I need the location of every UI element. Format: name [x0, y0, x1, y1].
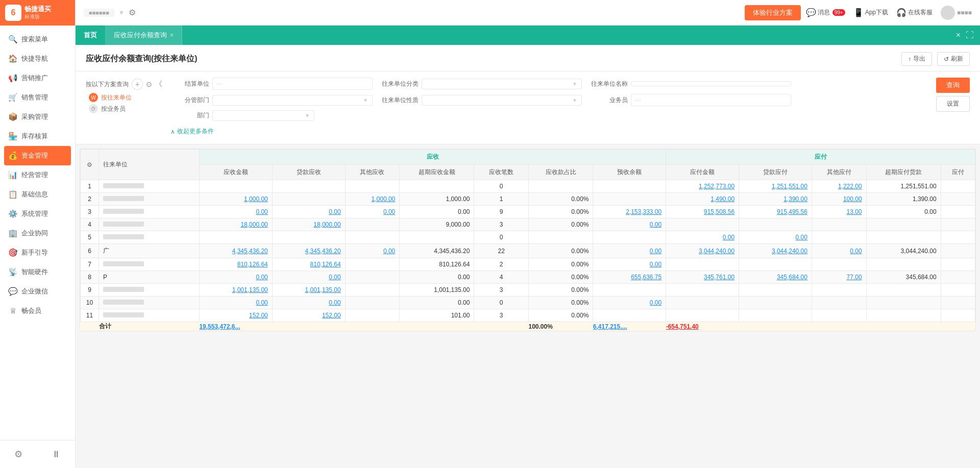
wanglai-fenlei-input[interactable]: ▼	[422, 79, 582, 89]
table-settings-icon[interactable]: ⚙	[87, 161, 92, 168]
sidebar-item-label: 新手引导	[21, 248, 48, 257]
online-service-button[interactable]: 🎧 在线客服	[896, 8, 933, 17]
breadcrumb-area: ■■■■■■ ▼ ⚙	[84, 8, 740, 17]
jiesuan-placeholder: ···	[217, 80, 222, 87]
filter-bumen: 部门 ▼	[168, 110, 373, 121]
filter-fenguan: 分管部门 ▼	[168, 95, 373, 106]
sidebar-item-sales[interactable]: 🛒 销售管理	[0, 88, 75, 107]
breadcrumb: ■■■■■■	[84, 9, 114, 17]
footer-label: 合计	[99, 322, 200, 331]
sidebar-item-wechat[interactable]: 💬 企业微信	[0, 282, 75, 301]
wechat-icon: 💬	[8, 287, 17, 296]
export-button[interactable]: ↑ 导出	[901, 52, 932, 66]
row-name	[99, 297, 200, 309]
service-icon: 🎧	[896, 8, 906, 17]
table-row: 100.000.000.0000.00%0.00	[81, 297, 975, 309]
sidebar-item-label: 畅会员	[21, 306, 41, 315]
th-settings: ⚙	[81, 150, 99, 180]
filter-row-3: 部门 ▼	[168, 110, 930, 121]
table-row: 6广4,345,436.204,345,436.200.004,345,436.…	[81, 244, 975, 258]
sidebar-item-search[interactable]: 🔍 搜索菜单	[0, 30, 75, 49]
sidebar-item-label: 库存核算	[21, 132, 48, 141]
th-ys-cq: 超期应收金额	[400, 165, 474, 180]
sidebar-item-marketing[interactable]: 📢 营销推广	[0, 68, 75, 88]
footer-ys-qt	[345, 322, 400, 331]
footer-ys-je[interactable]: 19,553,472,6...	[199, 322, 272, 331]
collapse-sidebar-icon[interactable]: ⏸	[48, 446, 64, 463]
message-badge: 99+	[832, 9, 845, 16]
refresh-button[interactable]: ↺ 刷新	[937, 52, 970, 66]
sidebar-item-quicknav[interactable]: 🏠 快捷导航	[0, 49, 75, 68]
add-scheme-button[interactable]: +	[132, 79, 143, 90]
system-icon: ⚙️	[8, 209, 17, 218]
sidebar-item-label: 采购管理	[21, 112, 48, 121]
sidebar-item-enterprise[interactable]: 🏢 企业协同	[0, 224, 75, 243]
logo-name: 畅捷通买	[24, 5, 51, 13]
footer-yf-qt	[812, 322, 866, 331]
dropdown-arrow-3: ▼	[572, 97, 577, 103]
yewuyuan-placeholder: ···	[635, 96, 641, 104]
footer-ys-yushou[interactable]: 6,417,215....	[593, 322, 666, 331]
sidebar-item-operation[interactable]: 📊 经营管理	[0, 165, 75, 185]
scheme-wanglai[interactable]: W 按往来单位	[89, 93, 162, 102]
filter-fields: 结算单位 ··· 往来单位分类 ▼ 往来单位名称	[168, 78, 930, 138]
operation-icon: 📊	[8, 170, 17, 180]
jiesuan-input[interactable]: ···	[212, 78, 373, 90]
tab-ar-ap[interactable]: 应收应付余额查询 ×	[106, 26, 182, 45]
enterprise-icon: 🏢	[8, 229, 17, 238]
th-yingshou-group: 应收	[199, 150, 666, 165]
sidebar-item-label: 智能硬件	[21, 267, 48, 277]
solution-button[interactable]: 体验行业方案	[745, 5, 801, 20]
app-download-label: App下载	[865, 8, 888, 17]
table-row: 101,252,773.001,251,551.001,222.001,251,…	[81, 180, 975, 193]
search-icon: 🔍	[8, 35, 17, 44]
sidebar-item-system[interactable]: ⚙️ 系统管理	[0, 204, 75, 224]
settings2-icon[interactable]: ⊙	[146, 80, 152, 88]
row-name: P	[99, 271, 200, 284]
app-download-button[interactable]: 📱 App下载	[853, 8, 888, 17]
row-name	[99, 258, 200, 271]
row-name	[99, 284, 200, 297]
footer-yf-je[interactable]: -654,751.40	[666, 322, 739, 331]
fullscreen-icon[interactable]: ⛶	[966, 31, 974, 40]
bumen-input[interactable]: ▼	[212, 110, 314, 121]
sidebar-item-finance[interactable]: 💰 资金管理	[4, 146, 71, 165]
sidebar-item-label: 销售管理	[21, 93, 48, 102]
sidebar-item-vip[interactable]: ♕ 畅会员	[0, 301, 75, 321]
filter-row-2: 分管部门 ▼ 往来单位性质 ▼ 业务员	[168, 94, 930, 106]
th-ys-qt: 其他应收	[345, 165, 400, 180]
message-button[interactable]: 💬 消息 99+	[806, 8, 845, 17]
window-close-icon[interactable]: ×	[956, 31, 961, 40]
sales-icon: 🛒	[8, 93, 17, 102]
table-row: 8P0.000.000.0040.00%655,636.75345,761.00…	[81, 271, 975, 284]
sidebar-item-basic[interactable]: 📋 基础信息	[0, 185, 75, 204]
tab-close-icon[interactable]: ×	[170, 32, 174, 39]
setting-button[interactable]: 设置	[936, 96, 970, 112]
settings-bottom-icon[interactable]: ⚙	[11, 446, 26, 463]
sidebar-item-guide[interactable]: 🎯 新手引导	[0, 243, 75, 262]
collapse-button[interactable]: ∧ 收起更多条件	[168, 125, 930, 138]
purchase-icon: 📦	[8, 112, 17, 121]
btn-area: 查询 设置	[936, 78, 970, 112]
table-row: 7810,126.64810,126.64810,126.6420.00%0.0…	[81, 258, 975, 271]
tab-home[interactable]: 首页	[76, 26, 106, 45]
scheme-wanglai-label: 按往来单位	[101, 93, 132, 102]
row-no: 5	[81, 231, 99, 244]
sidebar-item-label: 系统管理	[21, 209, 48, 218]
table-row: 500.000.00	[81, 231, 975, 244]
fenguan-input[interactable]: ▼	[212, 95, 373, 106]
user-area[interactable]: ■■■■	[941, 6, 972, 20]
sidebar-item-purchase[interactable]: 📦 采购管理	[0, 107, 75, 127]
collapse-left-icon[interactable]: 《	[155, 80, 162, 89]
scheme-yewuyuan[interactable]: ⏱ 按业务员	[89, 104, 162, 113]
gear-icon[interactable]: ⚙	[129, 8, 136, 17]
wanglai-xingzhi-input[interactable]: ▼	[422, 95, 582, 106]
yewuyuan-input[interactable]: ···	[631, 94, 791, 106]
fenguan-label: 分管部门	[168, 96, 209, 105]
th-ys-zb: 应收款占比	[528, 165, 593, 180]
sidebar-item-inventory[interactable]: 🏪 库存核算	[0, 127, 75, 146]
th-yingfu-group: 应付	[666, 150, 975, 165]
sidebar-item-hardware[interactable]: 📡 智能硬件	[0, 262, 75, 282]
wanglai-mingcheng-input[interactable]	[631, 81, 791, 86]
query-button[interactable]: 查询	[936, 78, 970, 93]
